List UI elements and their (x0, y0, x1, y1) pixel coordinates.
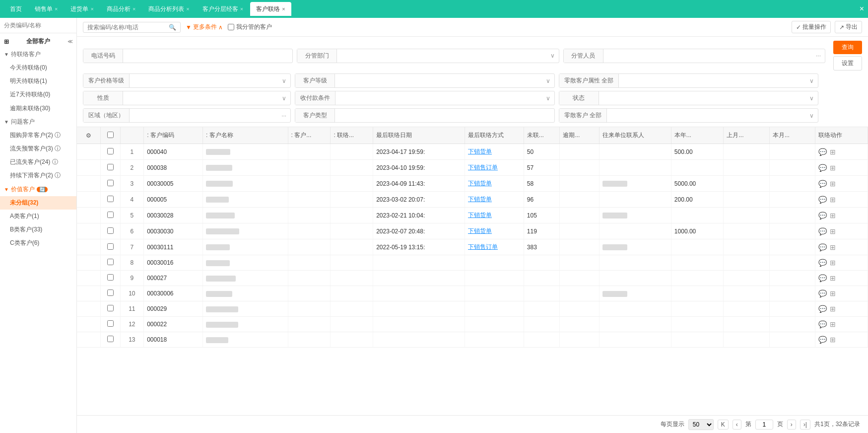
more-action-icon[interactable]: ⊞ (830, 180, 836, 188)
row-checkbox-cell[interactable] (101, 144, 121, 160)
row-name[interactable] (202, 271, 288, 286)
lastway-link[interactable]: 下销售订单 (468, 243, 498, 250)
tab-product-analysis[interactable]: 商品分析 × (101, 2, 141, 16)
customer-grade-arrow[interactable]: ∨ (542, 77, 554, 84)
more-action-icon[interactable]: ⊞ (830, 148, 836, 156)
page-number-input[interactable] (755, 420, 773, 430)
my-customers-checkbox[interactable] (228, 24, 234, 30)
row-checkbox[interactable] (107, 305, 114, 311)
lastway-link[interactable]: 下销货单 (468, 212, 492, 218)
row-checkbox[interactable] (107, 336, 114, 342)
row-name[interactable] (202, 160, 288, 176)
chat-action-icon[interactable]: 💬 (818, 212, 827, 219)
chat-action-icon[interactable]: 💬 (818, 196, 827, 204)
row-name[interactable] (202, 239, 288, 255)
sidebar-item-b-class[interactable]: B类客户(33) (0, 223, 76, 236)
th-type[interactable]: : 客户... (288, 127, 331, 144)
th-contact[interactable]: : 联络... (331, 127, 373, 144)
search-input[interactable] (87, 24, 167, 31)
row-name[interactable] (202, 317, 288, 332)
pending-contact-group[interactable]: ▼ 待联络客户 (0, 48, 76, 61)
more-action-icon[interactable]: ⊞ (830, 305, 836, 313)
chat-action-icon[interactable]: 💬 (818, 243, 827, 251)
row-checkbox[interactable] (107, 164, 114, 170)
select-all-checkbox[interactable] (107, 132, 114, 138)
sidebar-item-c-class[interactable]: C类客户(6) (0, 236, 76, 250)
tab-product-list[interactable]: 商品分析列表 × (142, 2, 195, 16)
chat-action-icon[interactable]: 💬 (818, 320, 827, 328)
chat-action-icon[interactable]: 💬 (818, 305, 827, 313)
row-checkbox[interactable] (107, 274, 114, 281)
sidebar-item-churn-warn[interactable]: 流失预警客户(3) ⓘ (0, 142, 76, 155)
status-input[interactable] (599, 93, 805, 104)
row-name[interactable] (202, 301, 288, 317)
row-checkbox-cell[interactable] (101, 255, 121, 271)
value-customer-group[interactable]: ▼ 价值客户 🔄 (0, 183, 76, 196)
th-overdue[interactable]: 逾期... (560, 127, 599, 144)
row-name[interactable] (202, 286, 288, 301)
my-customers-checkbox-wrap[interactable]: 我分管的客户 (228, 23, 272, 31)
manager-more-icon[interactable]: ··· (812, 52, 825, 59)
row-checkbox[interactable] (107, 212, 114, 218)
row-checkbox-cell[interactable] (101, 176, 121, 192)
region-more[interactable]: ··· (277, 112, 290, 119)
tab-customer-contact[interactable]: 客户联络 × (250, 2, 291, 16)
sidebar-item-ungrouped[interactable]: 未分组(32) (0, 196, 76, 210)
collapse-sidebar-icon[interactable]: ≪ (67, 39, 72, 44)
retail-customer-arrow[interactable]: ∨ (805, 112, 818, 119)
chat-action-icon[interactable]: 💬 (818, 148, 827, 156)
more-action-icon[interactable]: ⊞ (830, 164, 836, 172)
row-checkbox-cell[interactable] (101, 192, 121, 208)
row-lastway[interactable]: 下销货单 (465, 144, 524, 160)
row-checkbox-cell[interactable] (101, 160, 121, 176)
lastway-link[interactable]: 下销货单 (468, 196, 492, 203)
row-checkbox[interactable] (107, 180, 114, 186)
row-lastway[interactable] (465, 271, 524, 286)
row-lastway[interactable] (465, 286, 524, 301)
row-checkbox[interactable] (107, 196, 114, 202)
query-btn[interactable]: 查询 (833, 41, 862, 54)
more-action-icon[interactable]: ⊞ (830, 336, 836, 344)
customer-type-input[interactable] (335, 110, 554, 121)
close-purchase-tab[interactable]: × (90, 6, 93, 12)
tab-customer-tier[interactable]: 客户分层经客 × (197, 2, 249, 16)
reset-btn[interactable]: 设置 (833, 56, 862, 71)
row-name[interactable] (202, 192, 288, 208)
close-sales-tab[interactable]: × (55, 6, 58, 12)
customer-grade-input[interactable] (335, 75, 541, 86)
retail-customer-input[interactable] (607, 110, 805, 121)
row-checkbox[interactable] (107, 227, 114, 234)
row-lastway[interactable]: 下销货单 (465, 223, 524, 239)
row-checkbox-cell[interactable] (101, 317, 121, 332)
nature-arrow[interactable]: ∨ (278, 95, 290, 102)
th-code[interactable]: : 客户编码 (144, 127, 203, 144)
row-checkbox-cell[interactable] (101, 239, 121, 255)
close-customer-contact-tab[interactable]: × (282, 6, 285, 12)
row-checkbox[interactable] (107, 320, 114, 327)
sidebar-item-a-class[interactable]: A类客户(1) (0, 210, 76, 223)
row-name[interactable] (202, 332, 288, 348)
region-input[interactable] (130, 110, 277, 121)
more-action-icon[interactable]: ⊞ (830, 320, 836, 328)
export-btn[interactable]: ↗ 导出 (835, 21, 862, 33)
row-checkbox-cell[interactable] (101, 271, 121, 286)
row-lastway[interactable]: 下销货单 (465, 176, 524, 192)
lastway-link[interactable]: 下销货单 (468, 180, 492, 187)
th-lastdate[interactable]: 最后联络日期 (373, 127, 465, 144)
payment-input[interactable] (335, 93, 541, 104)
phone-input[interactable] (123, 50, 292, 61)
chat-action-icon[interactable]: 💬 (818, 164, 827, 172)
chat-action-icon[interactable]: 💬 (818, 259, 827, 267)
manager-input[interactable] (603, 50, 812, 61)
retail-attr-input[interactable] (619, 75, 805, 86)
th-thismon[interactable]: 本月... (769, 127, 815, 144)
price-grade-arrow[interactable]: ∨ (278, 77, 290, 84)
sidebar-item-today[interactable]: 今天待联络(0) (0, 61, 76, 74)
sidebar-item-7days[interactable]: 近7天待联络(0) (0, 88, 76, 101)
row-checkbox-cell[interactable] (101, 332, 121, 348)
dept-dropdown-icon[interactable]: ∨ (546, 52, 559, 59)
lastway-link[interactable]: 下销售订单 (468, 164, 498, 171)
sidebar-search-input[interactable] (4, 22, 77, 29)
close-customer-tier-tab[interactable]: × (240, 6, 243, 12)
tab-sales[interactable]: 销售单 × (29, 2, 64, 16)
